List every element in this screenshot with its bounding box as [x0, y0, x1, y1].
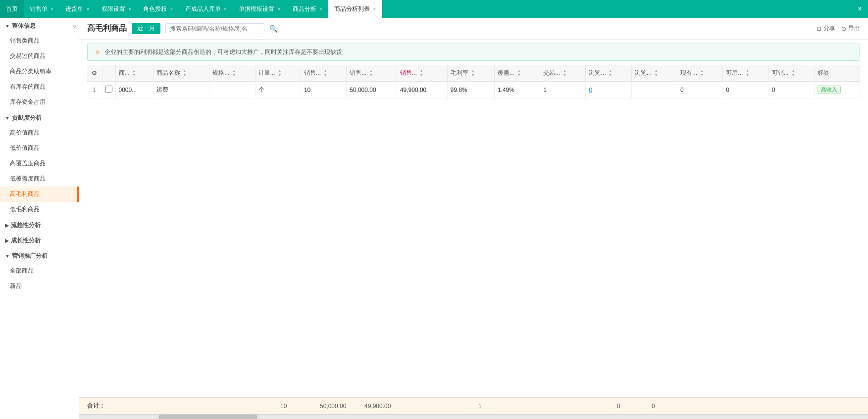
sort-icon: ▲▼ — [609, 69, 613, 77]
footer-transactions: 1 — [475, 403, 510, 410]
col-views1[interactable]: 浏览... ▲▼ — [586, 65, 631, 82]
nav-close-template[interactable]: × — [277, 6, 280, 12]
sort-icon: ▲▼ — [791, 69, 795, 77]
export-button[interactable]: ⊙ 导出 — [841, 24, 860, 33]
sort-icon: ▲▼ — [700, 69, 704, 77]
nav-purchase[interactable]: 进货单 × — [59, 0, 95, 18]
sidebar-group-trend[interactable]: ▶ 流趋性分析 — [0, 217, 79, 233]
row-sale-qty: 10 — [301, 82, 346, 98]
nav-product-inbound[interactable]: 产成品入库单 × — [179, 0, 233, 18]
search-input[interactable] — [165, 23, 264, 34]
nav-roles[interactable]: 角色授权 × — [137, 0, 179, 18]
nav-template[interactable]: 单据模板设置 × — [233, 0, 286, 18]
row-sale-profit: 49,900.00 — [397, 82, 447, 98]
table-row: 1 0000... 运费 个 10 50,000.00 49,900.00 99… — [87, 82, 860, 98]
sidebar-item-category-rate[interactable]: 商品分类助销率 — [0, 64, 79, 79]
sidebar-item-sales-goods[interactable]: 销售类商品 — [0, 33, 79, 48]
sort-icon: ▲▼ — [232, 69, 236, 77]
col-sale-profit[interactable]: 销售... ▲▼ — [397, 65, 447, 82]
nav-sales[interactable]: 销售单 × — [24, 0, 59, 18]
main-layout: « ▼ 整体信息 销售类商品 交易过的商品 商品分类助销率 有库存的商品 库存资… — [0, 18, 868, 419]
col-stock[interactable]: 现有... ▲▼ — [677, 65, 723, 82]
row-checkbox-cell[interactable] — [102, 82, 115, 98]
row-unit: 个 — [255, 82, 301, 98]
export-icon: ⊙ — [841, 25, 846, 32]
row-transactions: 1 — [540, 82, 586, 98]
sort-icon: ▲▼ — [746, 69, 750, 77]
col-sale-amt[interactable]: 销售... ▲▼ — [347, 65, 397, 82]
sidebar-item-low-gross[interactable]: 低毛利商品 — [0, 202, 79, 217]
nav-product-analysis[interactable]: 商品分析 × — [287, 0, 328, 18]
table-wrapper: ⚙ 商... ▲▼ 商品名称 ▲▼ 规格... ▲▼ — [79, 65, 868, 397]
col-coverage[interactable]: 覆盖... ▲▼ — [494, 65, 540, 82]
sort-icon: ▲▼ — [323, 69, 327, 77]
data-table: ⚙ 商... ▲▼ 商品名称 ▲▼ 规格... ▲▼ — [87, 65, 860, 98]
footer-sale-amt: 50,000.00 — [317, 403, 361, 410]
search-button[interactable]: 🔍 — [269, 25, 278, 33]
sidebar-item-new-goods[interactable]: 新品 — [0, 279, 79, 294]
sidebar-group-contribution[interactable]: ▼ 贡献度分析 — [0, 110, 79, 125]
share-icon: ⊡ — [817, 25, 821, 32]
info-banner: ✧ 企业的主要的利润都是这部分商品创造的，可考虑加大推广，同时关注库存是不要出现… — [87, 44, 860, 61]
sidebar-collapse-button[interactable]: « — [73, 22, 77, 30]
sidebar-item-low-value[interactable]: 低价值商品 — [0, 140, 79, 156]
arrow-icon: ▼ — [5, 253, 10, 259]
col-gross-margin[interactable]: 毛利率 ▲▼ — [447, 65, 494, 82]
sidebar-group-overall[interactable]: ▼ 整体信息 — [0, 18, 79, 33]
sort-icon: ▲▼ — [471, 69, 475, 77]
sidebar-group-marketing[interactable]: ▼ 营销推广分析 — [0, 248, 79, 263]
arrow-icon: ▶ — [5, 238, 9, 243]
col-transactions[interactable]: 交易... ▲▼ — [540, 65, 586, 82]
row-name: 运费 — [153, 82, 209, 98]
nav-close-all-button[interactable]: × — [852, 4, 868, 13]
top-navigation: 首页 销售单 × 进货单 × 权限设置 × 角色授权 × 产成品入库单 × 单据… — [0, 0, 868, 18]
content-area: 高毛利商品 近一月 🔍 ⊡ 分享 ⊙ 导出 ✧ 企业的主要的利润都是这部分商品创… — [79, 18, 868, 419]
row-views1[interactable]: 0 — [586, 82, 631, 98]
sort-icon: ▲▼ — [517, 69, 521, 77]
nav-product-analysis-list[interactable]: 商品分析列表 × — [328, 0, 382, 18]
col-views2[interactable]: 浏览... ▲▼ — [631, 65, 677, 82]
nav-close-roles[interactable]: × — [170, 6, 173, 12]
col-name[interactable]: 商品名称 ▲▼ — [153, 65, 209, 82]
col-available[interactable]: 可用... ▲▼ — [723, 65, 768, 82]
row-sale-amt: 50,000.00 — [347, 82, 397, 98]
sort-icon: ▲▼ — [563, 69, 567, 77]
col-saleable[interactable]: 可销... ▲▼ — [768, 65, 814, 82]
sidebar-item-all-goods[interactable]: 全部商品 — [0, 263, 79, 279]
nav-close-product-analysis[interactable]: × — [319, 6, 322, 12]
nav-close-product-analysis-list[interactable]: × — [373, 6, 376, 12]
info-icon: ✧ — [95, 48, 101, 56]
footer-sale-qty: 10 — [277, 403, 317, 410]
sidebar-item-high-gross[interactable]: 高毛利商品 — [0, 186, 79, 202]
col-spec[interactable]: 规格... ▲▼ — [209, 65, 255, 82]
sidebar-group-growth[interactable]: ▶ 成长性分析 — [0, 233, 79, 248]
nav-close-product-inbound[interactable]: × — [224, 6, 227, 12]
sidebar-item-stock-fund[interactable]: 库存资金占用 — [0, 94, 79, 110]
sort-icon: ▲▼ — [369, 69, 373, 77]
sidebar-item-in-stock[interactable]: 有库存的商品 — [0, 79, 79, 94]
sort-icon: ▲▼ — [132, 69, 136, 77]
nav-permissions[interactable]: 权限设置 × — [96, 0, 137, 18]
sidebar-item-high-coverage[interactable]: 高覆盖度商品 — [0, 156, 79, 171]
col-settings[interactable]: ⚙ — [87, 65, 102, 82]
nav-close-permissions[interactable]: × — [128, 6, 131, 12]
nav-home[interactable]: 首页 — [0, 0, 24, 18]
row-coverage: 1.49% — [494, 82, 540, 98]
nav-close-purchase[interactable]: × — [86, 6, 89, 12]
row-spec — [209, 82, 255, 98]
row-code: 0000... — [115, 82, 153, 98]
filter-recent-month-button[interactable]: 近一月 — [132, 23, 160, 34]
sidebar-item-high-value[interactable]: 高价值商品 — [0, 125, 79, 140]
sidebar-item-traded-goods[interactable]: 交易过的商品 — [0, 48, 79, 64]
horizontal-scrollbar[interactable] — [79, 414, 868, 419]
sidebar-item-low-coverage[interactable]: 低覆盖度商品 — [0, 171, 79, 186]
col-unit[interactable]: 计量... ▲▼ — [255, 65, 301, 82]
col-sale-qty[interactable]: 销售... ▲▼ — [301, 65, 346, 82]
nav-close-sales[interactable]: × — [51, 6, 53, 12]
share-button[interactable]: ⊡ 分享 — [817, 24, 835, 33]
row-checkbox[interactable] — [105, 86, 112, 93]
scrollbar-thumb[interactable] — [158, 415, 257, 419]
footer-totals: 10 50,000.00 49,900.00 1 0 0 — [109, 403, 860, 410]
footer-total-label: 合计： — [87, 402, 105, 410]
col-code[interactable]: 商... ▲▼ — [115, 65, 153, 82]
